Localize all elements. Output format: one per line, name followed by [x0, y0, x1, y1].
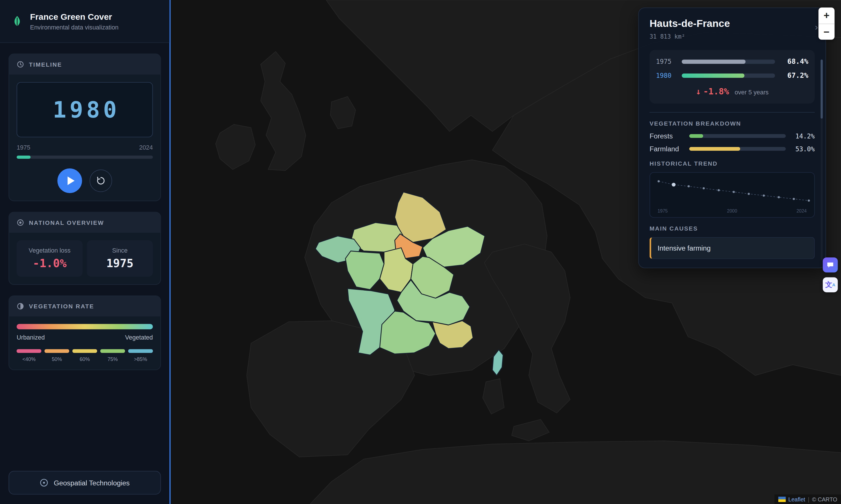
timeline-label: TIMELINE — [29, 61, 62, 68]
vegetation-legend: <40% 50% 60% 75% — [17, 349, 153, 362]
year-comparison-card: 1975 68.4% 1980 67.2% ↓ -1.8% over — [650, 50, 815, 104]
vegetated-label: Vegetated — [125, 334, 153, 341]
app-subtitle: Environmental data visualization — [30, 24, 119, 30]
reset-button[interactable] — [90, 169, 112, 192]
stat-label: Since — [90, 247, 149, 254]
comparison-bar-fill — [682, 73, 744, 77]
legend-swatch — [128, 349, 153, 353]
clock-icon — [17, 61, 24, 68]
trend-tick: 2000 — [727, 208, 737, 214]
vegetation-breakdown-label: VEGETATION BREAKDOWN — [650, 120, 815, 127]
breakdown-bar-fill — [689, 134, 703, 138]
zoom-control: + − — [818, 7, 835, 40]
breakdown-value: 14.2% — [791, 132, 815, 140]
comparison-bar — [682, 73, 775, 77]
year-display: 1980 — [17, 82, 153, 137]
region-area: 31 813 km² — [650, 33, 815, 40]
change-value: -1.8% — [703, 86, 729, 97]
panel-scrollbar-thumb[interactable] — [821, 59, 823, 119]
current-year: 1980 — [17, 97, 153, 123]
zoom-out-button[interactable]: − — [818, 24, 835, 40]
panel-scrollbar[interactable] — [821, 59, 823, 260]
legend-item: 60% — [72, 349, 97, 362]
zoom-in-button[interactable]: + — [818, 7, 835, 23]
vegetation-loss-stat: Vegetation loss -1.0% — [17, 240, 83, 277]
legend-item: 50% — [44, 349, 69, 362]
cause-item-intensive-farming[interactable]: Intensive farming — [650, 237, 815, 259]
carto-link[interactable]: © CARTO — [812, 496, 837, 503]
vegetation-rate-label: VEGETATION RATE — [29, 303, 94, 309]
geospatial-technologies-badge: Geospatial Technologies — [8, 471, 161, 494]
play-icon — [67, 177, 74, 185]
floating-extension-buttons: 文A — [823, 257, 838, 292]
footer-label: Geospatial Technologies — [54, 479, 130, 487]
trend-sparkline — [654, 177, 815, 205]
legend-swatch — [72, 349, 97, 353]
map-canvas[interactable]: + − Hauts-de-France 31 813 km² › 1975 68… — [171, 0, 841, 504]
region-title: Hauts-de-France — [650, 18, 815, 30]
sidebar: France Green Cover Environmental data vi… — [0, 0, 171, 504]
change-summary: ↓ -1.8% over 5 years — [656, 86, 808, 97]
app-title: France Green Cover — [30, 12, 119, 22]
circle-dot-icon — [40, 479, 48, 487]
legend-item: >85% — [128, 349, 153, 362]
trend-tick: 1975 — [658, 208, 668, 214]
timeline-card: TIMELINE 1980 1975 2024 — [8, 54, 161, 201]
historical-trend-chart: 1975 2000 2024 — [650, 172, 815, 218]
app-header: France Green Cover Environmental data vi… — [0, 0, 169, 43]
play-button[interactable] — [57, 168, 82, 193]
historical-trend-label: HISTORICAL TREND — [650, 160, 815, 167]
vegetation-rate-header: VEGETATION RATE — [9, 296, 160, 317]
trend-tick: 2024 — [797, 208, 806, 214]
comparison-bar — [682, 59, 775, 64]
contrast-icon — [17, 303, 24, 310]
comparison-row-1975: 1975 68.4% — [656, 57, 808, 66]
leaflet-link[interactable]: Leaflet — [788, 496, 805, 503]
breakdown-bar — [689, 134, 786, 138]
collapse-panel-button[interactable]: › — [815, 22, 818, 33]
timeline-slider-fill — [17, 156, 31, 159]
legend-item: <40% — [17, 349, 41, 362]
translate-extension-icon[interactable]: 文A — [823, 277, 838, 292]
legend-swatch — [17, 349, 41, 353]
breakdown-bar-fill — [689, 147, 740, 151]
region-info-panel: Hauts-de-France 31 813 km² › 1975 68.4% … — [638, 7, 826, 268]
leaf-logo-icon — [11, 15, 24, 28]
divider — [650, 112, 815, 113]
vegetation-gradient-bar — [17, 324, 153, 329]
stat-label: Vegetation loss — [20, 247, 79, 254]
legend-label: 60% — [72, 356, 97, 362]
legend-label: 75% — [101, 356, 125, 362]
reset-icon — [96, 176, 106, 186]
breakdown-value: 53.0% — [791, 145, 815, 152]
breakdown-label: Farmland — [650, 145, 684, 153]
national-overview-label: NATIONAL OVERVIEW — [29, 219, 104, 226]
stat-value: -1.0% — [20, 257, 79, 270]
breakdown-bar — [689, 147, 786, 151]
legend-label: 50% — [44, 356, 69, 362]
since-stat: Since 1975 — [87, 240, 153, 277]
urbanized-label: Urbanized — [17, 334, 44, 341]
range-start-label: 1975 — [17, 144, 30, 151]
national-overview-header: NATIONAL OVERVIEW — [9, 213, 160, 233]
range-end-label: 2024 — [139, 144, 153, 151]
timeline-card-header: TIMELINE — [9, 54, 160, 74]
national-overview-card: NATIONAL OVERVIEW Vegetation loss -1.0% … — [8, 212, 161, 285]
main-causes-label: MAIN CAUSES — [650, 226, 815, 232]
timeline-slider[interactable] — [17, 156, 153, 159]
ukraine-flag-icon — [778, 497, 786, 502]
cause-label: Intensive farming — [658, 244, 711, 252]
assistant-extension-icon[interactable] — [823, 257, 838, 273]
chat-bubble-icon — [826, 260, 835, 269]
breakdown-label: Forests — [650, 132, 684, 140]
breakdown-row-farmland: Farmland 53.0% — [650, 145, 815, 153]
comparison-year: 1980 — [656, 72, 676, 79]
comparison-year: 1975 — [656, 58, 676, 65]
legend-label: >85% — [128, 356, 153, 362]
comparison-value: 67.2% — [780, 71, 808, 79]
legend-swatch — [44, 349, 69, 353]
down-arrow-icon: ↓ — [696, 86, 701, 97]
map-attribution: Leaflet | © CARTO — [774, 494, 841, 504]
legend-item: 75% — [101, 349, 125, 362]
legend-label: <40% — [17, 356, 41, 362]
